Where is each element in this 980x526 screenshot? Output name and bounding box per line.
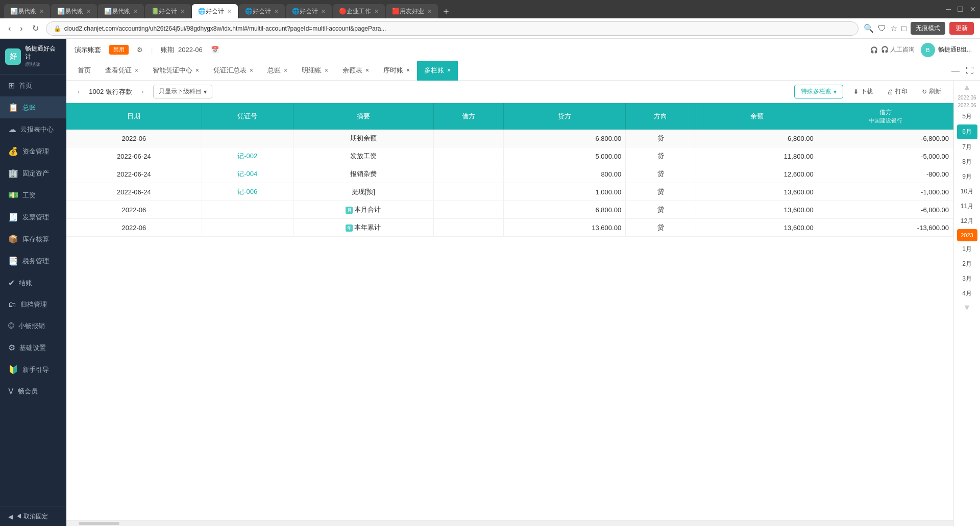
tab-close-4[interactable]: ✕ [180, 8, 185, 15]
calendar-month-6[interactable]: 6月 [957, 124, 977, 139]
search-icon[interactable]: 🔍 [864, 23, 874, 33]
brand-sub: 旗舰版 [25, 61, 61, 68]
filter-subcategory-button[interactable]: 只显示下级科目 ▾ [153, 85, 212, 98]
url-bar[interactable]: 🔒 cloud2.chanjet.com/accounting/uh26t264… [46, 21, 859, 36]
browser-tab-8[interactable]: 🔴 企业工作 ✕ [333, 4, 385, 18]
sidebar-item-reports[interactable]: ☁ 云报表中心 [0, 118, 66, 140]
sidebar-item-ledger[interactable]: 📋 总账 [0, 96, 66, 118]
tab-voucher-view[interactable]: 查看凭证 × [98, 61, 145, 81]
tab-close-smart[interactable]: × [195, 67, 199, 74]
tab-close-general[interactable]: × [284, 67, 287, 74]
tab-multi-column[interactable]: 多栏账 × [417, 61, 458, 81]
tab-close-balance[interactable]: × [365, 67, 369, 74]
tab-minimize-icon[interactable]: — [949, 64, 962, 78]
th-direction: 方向 [626, 103, 696, 130]
shield-icon[interactable]: 🛡 [878, 24, 886, 33]
sidebar-item-assets[interactable]: 🏢 固定资产 [0, 162, 66, 184]
multi-col-type-button[interactable]: 特殊多栏账 ▾ [794, 85, 843, 98]
browser-tab-3[interactable]: 📊 易代账 ✕ [98, 4, 144, 18]
browser-tab-1[interactable]: 📊 易代账 ✕ [4, 4, 50, 18]
browser-tab-6[interactable]: 🌐 好会计 ✕ [239, 4, 285, 18]
account-nav-next[interactable]: › [138, 87, 146, 96]
tab-close-7[interactable]: ✕ [321, 8, 326, 15]
tab-close-3[interactable]: ✕ [133, 8, 138, 15]
sidebar-item-payroll[interactable]: 💵 工资 [0, 184, 66, 206]
update-button[interactable]: 更新 [949, 22, 974, 35]
tab-journal[interactable]: 序时账 × [376, 61, 417, 81]
tab-close-multi[interactable]: × [447, 67, 451, 74]
tab-close-8[interactable]: ✕ [374, 8, 379, 15]
refresh-button[interactable]: ↻ [30, 21, 41, 35]
browser-tab-5[interactable]: 🌐 好会计 ✕ [192, 4, 238, 18]
calendar-month-4[interactable]: 4月 [956, 286, 978, 301]
sidebar-label-settings: 基础设置 [19, 343, 46, 353]
tab-close-2[interactable]: ✕ [86, 8, 91, 15]
sidebar: 好 畅捷通好会计 旗舰版 ⊞ 首页 📋 总账 ☁ 云报表中心 💰 资金管理 [0, 39, 66, 526]
calendar-month-2[interactable]: 2月 [956, 257, 978, 271]
account-nav-prev[interactable]: ‹ [75, 87, 83, 96]
calendar-month-5[interactable]: 5月 [956, 109, 978, 124]
print-button[interactable]: 🖨 打印 [883, 85, 912, 98]
tab-close-1[interactable]: ✕ [39, 8, 44, 15]
calendar-month-7[interactable]: 7月 [956, 140, 978, 155]
sidebar-item-funds[interactable]: 💰 资金管理 [0, 140, 66, 162]
calendar-month-1[interactable]: 1月 [956, 242, 978, 257]
tab-close-journal[interactable]: × [406, 67, 410, 74]
tab-close-5[interactable]: ✕ [227, 8, 232, 15]
forward-button[interactable]: › [18, 22, 24, 35]
extension-icon[interactable]: □ [901, 24, 906, 33]
sidebar-item-expense[interactable]: © 小畅报销 [0, 315, 66, 337]
tab-close-6[interactable]: ✕ [274, 8, 279, 15]
sidebar-pin-button[interactable]: ◀ ◀ 取消固定 [0, 507, 66, 526]
sidebar-item-home[interactable]: ⊞ 首页 [0, 74, 66, 96]
tab-balance[interactable]: 余额表 × [335, 61, 376, 81]
no-trace-button[interactable]: 无痕模式 [911, 22, 945, 35]
sidebar-item-tax[interactable]: 📑 税务管理 [0, 250, 66, 272]
back-button[interactable]: ‹ [6, 22, 13, 35]
calendar-month-12[interactable]: 12月 [956, 214, 978, 229]
tab-voucher-summary[interactable]: 凭证汇总表 × [206, 61, 260, 81]
calendar-month-3[interactable]: 3月 [956, 271, 978, 286]
maximize-btn[interactable]: ☐ [957, 5, 964, 13]
tab-general-ledger[interactable]: 总账 × [260, 61, 295, 81]
sidebar-item-member[interactable]: V 畅会员 [0, 381, 66, 402]
sidebar-item-archive[interactable]: 🗂 归档管理 [0, 294, 66, 315]
calendar-scroll-down[interactable]: ▼ [961, 301, 973, 314]
sidebar-item-guide[interactable]: 🔰 新手引导 [0, 359, 66, 381]
minimize-btn[interactable]: ─ [946, 5, 951, 13]
calendar-scroll-up[interactable]: ▲ [961, 81, 973, 94]
browser-tab-4[interactable]: 📗 好会计 ✕ [145, 4, 191, 18]
browser-tab-7[interactable]: 🌐 好会计 ✕ [286, 4, 332, 18]
calendar-month-10[interactable]: 10月 [956, 184, 978, 199]
browser-tab-2[interactable]: 📊 易代账 ✕ [51, 4, 97, 18]
new-tab-button[interactable]: ＋ [439, 4, 453, 18]
tab-detail-ledger[interactable]: 明细账 × [295, 61, 335, 81]
close-btn[interactable]: ✕ [970, 5, 976, 13]
horizontal-scrollbar[interactable] [66, 520, 953, 526]
browser-tab-9[interactable]: 🟥 用友好业 ✕ [386, 4, 438, 18]
tab-close-summary[interactable]: × [250, 67, 253, 74]
sidebar-item-invoice[interactable]: 🧾 发票管理 [0, 206, 66, 228]
tab-close-9[interactable]: ✕ [427, 8, 432, 15]
calendar-month-9[interactable]: 9月 [956, 169, 978, 184]
calendar-icon[interactable]: 📅 [211, 46, 219, 54]
calendar-year-badge-2023[interactable]: 2023 [957, 229, 977, 241]
download-button[interactable]: ⬇ 下载 [849, 85, 877, 98]
tab-home[interactable]: 首页 [70, 61, 98, 81]
sidebar-item-inventory[interactable]: 📦 库存核算 [0, 228, 66, 250]
topbar-settings-icon[interactable]: ⚙ [137, 46, 143, 54]
scrollbar-thumb[interactable] [79, 522, 119, 525]
calendar-month-11[interactable]: 11月 [956, 199, 978, 214]
tab-close-detail[interactable]: × [325, 67, 328, 74]
sidebar-item-closing[interactable]: ✔ 结账 [0, 272, 66, 294]
calendar-month-8[interactable]: 8月 [956, 155, 978, 169]
tab-close-voucher[interactable]: × [135, 67, 138, 74]
tab-maximize-icon[interactable]: ⛶ [964, 64, 976, 78]
tab-smart-voucher[interactable]: 智能凭证中心 × [145, 61, 206, 81]
star-icon[interactable]: ☆ [890, 23, 897, 33]
refresh-button[interactable]: ↻ 刷新 [918, 85, 945, 98]
consultant-button[interactable]: 🎧 🎧 人工咨询 [870, 45, 915, 54]
sidebar-item-settings[interactable]: ⚙ 基础设置 [0, 337, 66, 359]
th-debit: 借方 [433, 103, 503, 130]
summary-icon-4: 月 [346, 207, 353, 214]
